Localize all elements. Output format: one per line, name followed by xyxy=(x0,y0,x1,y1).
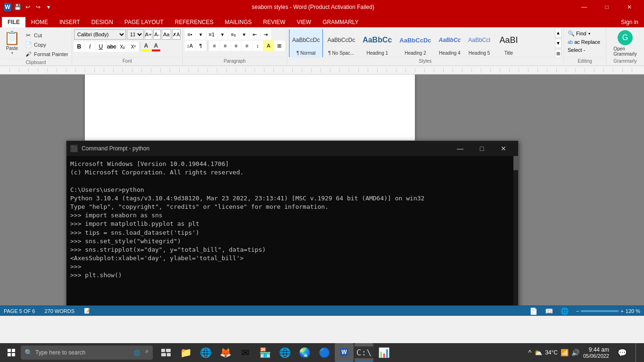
volume-icon[interactable]: 🔊 xyxy=(571,349,579,356)
search-box[interactable]: 🔍 Type here to search 🌐 🎤 xyxy=(21,346,153,360)
select-button[interactable]: Select - xyxy=(566,46,604,54)
time-date[interactable]: 9:44 am 05/06/2022 xyxy=(583,346,609,359)
tab-references[interactable]: REFERENCES xyxy=(169,17,219,27)
taskbar-chrome2[interactable]: 🔵 xyxy=(315,343,334,362)
borders-button[interactable]: ⊞ xyxy=(274,41,285,51)
superscript-button[interactable]: X² xyxy=(128,41,139,52)
tab-file[interactable]: FILE xyxy=(2,17,25,27)
tab-review[interactable]: REVIEW xyxy=(257,17,291,27)
sign-in-link[interactable]: Sign in xyxy=(617,17,642,27)
minimize-button[interactable]: — xyxy=(573,0,595,14)
cmd-content[interactable]: Microsoft Windows [Version 10.0.19044.17… xyxy=(66,156,518,305)
cmd-scroll-thumb[interactable] xyxy=(513,156,518,170)
font-grow-button[interactable]: A+ xyxy=(145,29,152,40)
font-size-select[interactable]: 11 xyxy=(127,29,144,40)
style-title[interactable]: AaBI Title xyxy=(495,29,523,57)
zoom-in-button[interactable]: + xyxy=(620,308,623,314)
clear-format-button[interactable]: ✗A xyxy=(172,29,181,40)
shading-button[interactable]: A xyxy=(264,41,274,51)
text-highlight-button[interactable]: A xyxy=(142,42,150,51)
underline-button[interactable]: U xyxy=(96,41,106,52)
change-case-button[interactable]: Aa xyxy=(162,29,171,40)
sort-button[interactable]: ↕A xyxy=(185,41,195,51)
tab-home[interactable]: HOME xyxy=(25,17,54,27)
taskbar-chrome[interactable]: 🌐 xyxy=(275,343,294,362)
qa-dropdown-button[interactable]: ▾ xyxy=(44,3,53,11)
increase-indent-button[interactable]: ⇥ xyxy=(261,29,271,40)
tab-insert[interactable]: INSERT xyxy=(54,17,86,27)
taskbar-unknown[interactable]: 📊 xyxy=(374,343,393,362)
redo-qa-button[interactable]: ↪ xyxy=(34,3,42,11)
align-right-button[interactable]: ≡ xyxy=(231,41,241,51)
styles-scroll: ▲ ▼ ⊞ xyxy=(555,29,561,57)
taskbar-store[interactable]: 🏪 xyxy=(256,343,274,362)
find-button[interactable]: 🔍 Find ▾ xyxy=(566,29,604,38)
bold-button[interactable]: B xyxy=(74,41,84,52)
tab-page-layout[interactable]: PAGE LAYOUT xyxy=(119,17,169,27)
zoom-out-button[interactable]: − xyxy=(576,308,579,314)
bullet-dropdown[interactable]: ▾ xyxy=(196,29,206,40)
font-shrink-button[interactable]: A- xyxy=(153,29,161,40)
style-no-spacing[interactable]: AaBbCcDc ¶ No Spac... xyxy=(324,29,358,57)
replace-button[interactable]: ab ac Replace xyxy=(566,38,604,46)
save-qa-button[interactable]: 💾 xyxy=(13,3,22,11)
taskbar-edge[interactable]: 🌐 xyxy=(196,343,215,362)
styles-scroll-up[interactable]: ▲ xyxy=(555,29,561,38)
multilevel-dropdown[interactable]: ▾ xyxy=(239,29,249,40)
show-para-marks-button[interactable]: ¶ xyxy=(196,41,206,51)
style-heading1[interactable]: AaBbCc Heading 1 xyxy=(359,29,395,57)
tab-mailings[interactable]: MAILINGS xyxy=(219,17,257,27)
style-heading5[interactable]: AaBbCcl Heading 5 xyxy=(465,29,494,57)
taskbar-cmd[interactable]: C:\ xyxy=(355,343,373,362)
undo-qa-button[interactable]: ↩ xyxy=(24,3,32,11)
cmd-close-button[interactable]: ✕ xyxy=(493,141,514,156)
view-mode-web[interactable]: 🌐 xyxy=(561,307,569,315)
copy-button[interactable]: 📄 Copy xyxy=(23,41,70,49)
cmd-scrollbar[interactable] xyxy=(513,156,518,305)
taskview-button[interactable] xyxy=(157,343,175,362)
tab-view[interactable]: VIEW xyxy=(291,17,317,27)
style-normal[interactable]: AaBbCcDc ¶ Normal xyxy=(289,29,323,57)
justify-button[interactable]: ≡ xyxy=(242,41,252,51)
line-spacing-button[interactable]: ↕ xyxy=(253,41,263,51)
decrease-indent-button[interactable]: ⇤ xyxy=(250,29,260,40)
taskbar-firefox[interactable]: 🦊 xyxy=(216,343,235,362)
notification-button[interactable]: 💬 xyxy=(613,343,632,362)
taskbar-browser2[interactable]: 🌏 xyxy=(295,343,314,362)
show-desktop-button[interactable] xyxy=(636,343,638,362)
paste-button[interactable]: 📋 Paste ▾ xyxy=(2,29,22,58)
align-center-button[interactable]: ≡ xyxy=(220,41,231,51)
align-left-button[interactable]: ≡ xyxy=(209,41,220,51)
maximize-button[interactable]: □ xyxy=(596,0,618,14)
styles-expand[interactable]: ⊞ xyxy=(555,49,561,58)
font-name-select[interactable]: Calibri (Body) xyxy=(74,29,126,40)
format-painter-button[interactable]: 🖌 Format Painter xyxy=(23,50,70,58)
font-color-button[interactable]: A xyxy=(152,42,160,51)
cmd-minimize-button[interactable]: — xyxy=(449,141,471,156)
start-button[interactable] xyxy=(2,343,21,362)
italic-button[interactable]: I xyxy=(85,41,95,52)
bullet-list-button[interactable]: ≡• xyxy=(185,29,195,40)
view-mode-read[interactable]: 📖 xyxy=(545,307,553,315)
zoom-slider[interactable] xyxy=(581,310,619,312)
taskbar-word[interactable]: W xyxy=(335,343,354,362)
strikethrough-button[interactable]: abc xyxy=(107,41,117,52)
cut-button[interactable]: ✂ Cut xyxy=(23,31,70,40)
cmd-maximize-button[interactable]: □ xyxy=(471,141,493,156)
taskbar-explorer[interactable]: 📁 xyxy=(176,343,195,362)
numbered-dropdown[interactable]: ▾ xyxy=(217,29,228,40)
style-heading2[interactable]: AaBbCcDc Heading 2 xyxy=(396,29,434,57)
tab-design[interactable]: DESIGN xyxy=(86,17,119,27)
styles-scroll-down[interactable]: ▼ xyxy=(555,39,561,48)
open-grammarly-button[interactable]: G xyxy=(618,30,633,45)
taskbar-mail[interactable]: ✉ xyxy=(236,343,255,362)
style-heading4[interactable]: AaBbCc Heading 4 xyxy=(436,29,464,57)
view-mode-print[interactable]: 📄 xyxy=(529,307,537,315)
numbered-list-button[interactable]: ≡1 xyxy=(206,29,217,40)
network-icon[interactable]: 📶 xyxy=(561,349,569,356)
multilevel-list-button[interactable]: ≡₂ xyxy=(228,29,239,40)
close-button[interactable]: ✕ xyxy=(619,0,640,14)
tray-up-arrow[interactable]: ^ xyxy=(528,349,532,356)
subscript-button[interactable]: X₂ xyxy=(117,41,128,52)
tab-grammarly[interactable]: GRAMMARLY xyxy=(317,17,364,27)
